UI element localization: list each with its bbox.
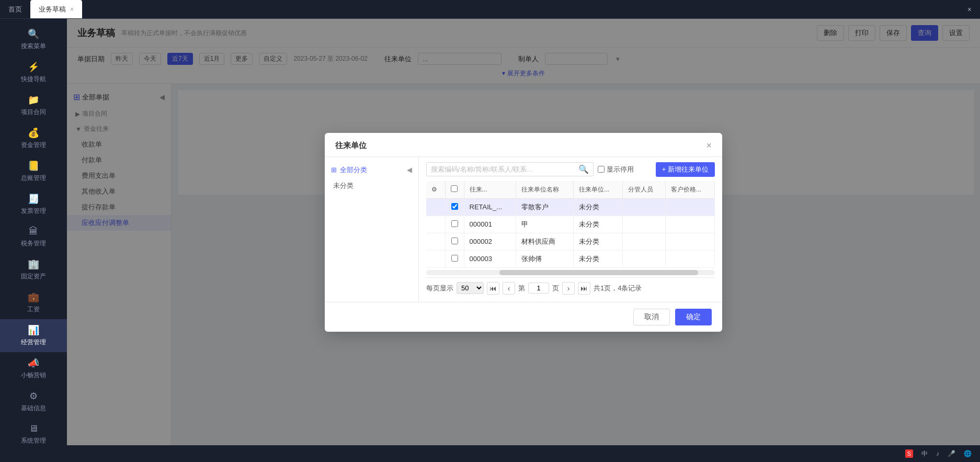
tree-collapse-icon[interactable]: ◀: [407, 166, 412, 174]
tab-close-icon[interactable]: ×: [70, 6, 74, 13]
current-page-input[interactable]: [528, 283, 549, 294]
row-name: 张帅傅: [516, 250, 573, 267]
horizontal-scrollbar[interactable]: [426, 270, 715, 275]
show-disabled-checkbox[interactable]: [598, 166, 605, 173]
row-icon: [426, 250, 445, 267]
fixed-asset-icon: 🏢: [28, 258, 39, 270]
col-header-price-cat: 客户价格...: [666, 181, 715, 199]
select-all-checkbox[interactable]: [451, 185, 458, 192]
confirm-button[interactable]: 确定: [675, 309, 712, 325]
basic-icon: ⚙: [29, 390, 38, 402]
row-check: [445, 198, 464, 216]
row-checkbox[interactable]: [451, 238, 458, 244]
last-page-btn[interactable]: ⏭: [578, 282, 590, 295]
dialog-close-icon[interactable]: ×: [706, 140, 712, 151]
main-layout: 🔍 搜索菜单 ⚡ 快捷导航 📁 项目合同 💰 资金管理 📒 总账管理 🧾 发票管…: [0, 19, 980, 445]
row-checkbox[interactable]: [451, 203, 458, 210]
row-salesperson: [623, 216, 666, 233]
tree-all-label[interactable]: 全部分类: [340, 165, 367, 175]
bottom-bar-network[interactable]: 🌐: [964, 450, 972, 457]
dialog-table-wrapper: ⚙ 往来... 往来单位名称 往来单位... 分管人员 客户价格...: [426, 181, 715, 268]
table-row[interactable]: 000001 甲 未分类: [426, 216, 715, 233]
col-header-name: 往来单位名称: [516, 181, 573, 199]
row-category: 未分类: [574, 233, 623, 250]
sidebar-item-label: 工资: [27, 305, 40, 314]
sidebar-item-label: 搜索菜单: [21, 42, 46, 51]
sidebar-item-fixed-asset[interactable]: 🏢 固定资产: [0, 253, 67, 286]
search-menu-icon: 🔍: [28, 28, 39, 40]
table-row[interactable]: 000003 张帅傅 未分类: [426, 250, 715, 267]
col-header-check: [445, 181, 464, 199]
finance-icon: 💰: [28, 127, 39, 139]
modal-overlay[interactable]: 往来单位 × ⊞ 全部分类 ◀ 未分类: [67, 19, 980, 445]
sidebar-item-quick-nav[interactable]: ⚡ 快捷导航: [0, 56, 67, 89]
bottom-bar-music[interactable]: ♪: [936, 450, 939, 457]
row-check: [445, 233, 464, 250]
sidebar-item-finance[interactable]: 💰 资金管理: [0, 122, 67, 155]
row-name: 甲: [516, 216, 573, 233]
per-page-select[interactable]: 50 20 100: [457, 282, 484, 294]
row-category: 未分类: [574, 216, 623, 233]
dialog-main: 🔍 显示停用 + 新增往来单位: [419, 157, 722, 302]
sidebar-item-label: 税务管理: [21, 239, 46, 248]
search-icon: 🔍: [578, 164, 589, 174]
row-checkbox[interactable]: [451, 255, 458, 262]
sidebar-item-ledger[interactable]: 📒 总账管理: [0, 155, 67, 188]
row-icon: [426, 216, 445, 233]
sidebar-item-marketing[interactable]: 📣 小畅营销: [0, 352, 67, 385]
next-page-btn[interactable]: ›: [562, 282, 575, 295]
bottom-bar: S 中 ♪ 🎤 🌐: [0, 445, 980, 462]
scrollbar-thumb: [499, 270, 698, 275]
row-name: 材料供应商: [516, 233, 573, 250]
search-input[interactable]: [431, 165, 576, 173]
dialog-pagination: 每页显示 50 20 100 ⏮ ‹ 第 页 ›: [426, 277, 715, 297]
topbar: 首页 业务草稿 × ×: [0, 0, 980, 19]
sidebar-item-tax[interactable]: 🏛 税务管理: [0, 221, 67, 253]
per-page-label: 每页显示: [426, 284, 453, 293]
table-row[interactable]: RETAIL_... 零散客户 未分类: [426, 198, 715, 216]
row-price-cat: [666, 233, 715, 250]
tree-header: ⊞ 全部分类 ◀: [325, 162, 418, 178]
dialog-tree: ⊞ 全部分类 ◀ 未分类: [325, 157, 419, 302]
row-price-cat: [666, 198, 715, 216]
dialog-footer: 取消 确定: [325, 302, 722, 332]
table-row[interactable]: 000002 材料供应商 未分类: [426, 233, 715, 250]
invoice-icon: 🧾: [28, 193, 39, 205]
sidebar-item-project[interactable]: 📁 项目合同: [0, 89, 67, 122]
sidebar-item-label: 固定资产: [21, 272, 46, 281]
business-icon: 📊: [28, 324, 39, 336]
bottom-bar-cn[interactable]: 中: [921, 449, 928, 458]
tree-grid-icon: ⊞: [331, 166, 337, 174]
system-icon: 🖥: [29, 423, 38, 434]
tab-draft[interactable]: 业务草稿 ×: [30, 0, 82, 18]
row-category: 未分类: [574, 198, 623, 216]
row-check: [445, 216, 464, 233]
quick-nav-icon: ⚡: [28, 61, 39, 73]
bottom-bar-mic[interactable]: 🎤: [948, 450, 955, 457]
sidebar-item-label: 项目合同: [21, 108, 46, 117]
search-box: 🔍: [426, 162, 594, 176]
cancel-button[interactable]: 取消: [633, 309, 670, 325]
first-page-btn[interactable]: ⏮: [487, 282, 499, 295]
dialog-table: ⚙ 往来... 往来单位名称 往来单位... 分管人员 客户价格...: [426, 181, 715, 268]
window-close-icon[interactable]: ×: [967, 5, 972, 14]
tree-item-uncategorized[interactable]: 未分类: [325, 178, 418, 194]
add-counterpart-button[interactable]: + 新增往来单位: [656, 162, 715, 177]
tab-home[interactable]: 首页: [0, 0, 30, 18]
sidebar-item-search-menu[interactable]: 🔍 搜索菜单: [0, 23, 67, 56]
sidebar-item-invoice[interactable]: 🧾 发票管理: [0, 188, 67, 221]
dialog-body: ⊞ 全部分类 ◀ 未分类 🔍: [325, 157, 722, 302]
sidebar-item-business[interactable]: 📊 经营管理: [0, 319, 67, 352]
prev-page-btn[interactable]: ‹: [503, 282, 515, 295]
row-check: [445, 250, 464, 267]
row-code: RETAIL_...: [464, 198, 516, 216]
sidebar-item-system[interactable]: 🖥 系统管理: [0, 418, 67, 445]
sidebar-item-salary[interactable]: 💼 工资: [0, 286, 67, 319]
row-price-cat: [666, 216, 715, 233]
row-checkbox[interactable]: [451, 220, 458, 227]
row-salesperson: [623, 250, 666, 267]
row-price-cat: [666, 250, 715, 267]
dialog-header: 往来单位 ×: [325, 133, 722, 157]
sidebar-item-basic[interactable]: ⚙ 基础信息: [0, 385, 67, 418]
dialog-title: 往来单位: [335, 141, 367, 151]
